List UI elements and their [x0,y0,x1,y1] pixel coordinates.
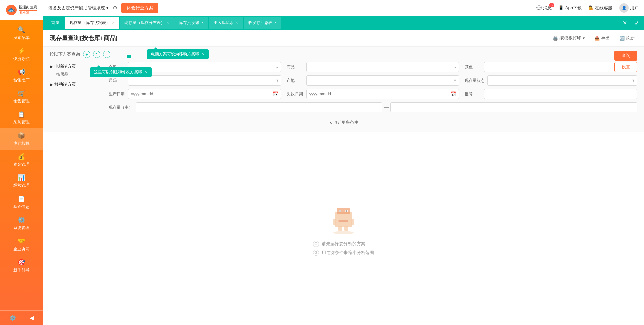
svg-point-4 [339,210,341,212]
expire-date-input[interactable]: 📅 [306,89,460,99]
tab-in-out-flow[interactable]: 出入库流水 × [209,17,243,29]
filter-label: 按以下方案查询 [50,51,80,57]
filter-row-4: 现存量（主） — [109,102,637,112]
tooltip-scheme-close[interactable]: × [202,52,205,57]
stock-qty-min[interactable] [136,102,382,112]
export-btn[interactable]: 📤 导出 [592,34,612,42]
filter-header: 按以下方案查询 + ↻ « [50,51,637,58]
mobile-scheme-category[interactable]: ▶ 移动端方案 [50,80,103,89]
expire-date-calendar-icon[interactable]: 📅 [450,91,456,97]
tooltip-create-close[interactable]: × [145,70,148,75]
sidebar-item-purchase[interactable]: 📋 采购管理 [0,107,43,128]
tab-batch-ledger[interactable]: 库存批次账 × [174,17,208,29]
messages-action[interactable]: 💬 消息 6 [536,5,552,11]
sidebar-item-search-menu[interactable]: 🔍 搜索菜单 [0,23,43,44]
tab-inventory-dist[interactable]: 现存量（库存分布表） × [120,17,174,29]
collapse-btn[interactable]: ∧ 收起更多条件 [325,118,362,127]
tooltip-create-text: 这里可以创建和修改方案哦 [94,69,142,75]
export-icon: 📤 [594,36,600,41]
sidebar-settings-btn[interactable]: ⚙️ [9,315,16,321]
system-settings-icon[interactable]: ⚙ [113,5,117,11]
pc-scheme-arrow-icon: ▶ [50,64,53,69]
sidebar-item-label: 采购管理 [13,119,30,125]
sidebar-item-label: 新手引导 [13,267,30,273]
template-print-label: 按模板打印 [559,35,581,41]
logo-badge: 标准版 [19,10,37,15]
add-scheme-btn[interactable]: + [83,51,90,58]
tab-home[interactable]: 首页 [46,16,65,30]
sidebar-item-marketing[interactable]: 📢 营销推广 [0,65,43,86]
template-print-btn[interactable]: 🖨️ 按模板打印 ▾ [550,34,588,42]
online-support-label: 在线客服 [595,5,612,11]
tab-label: 收发存汇总表 [248,20,272,26]
tab-collect-summary[interactable]: 收发存汇总表 × [244,17,281,29]
stock-status-dropdown-icon: ▾ [632,78,634,83]
tab-inventory-status[interactable]: 现存量（库存状况表） × [65,17,119,29]
svg-rect-6 [338,220,348,222]
origin-label: 产地 [287,78,304,84]
user-action[interactable]: 👤 用户 [619,3,639,13]
batch-input[interactable] [484,89,637,99]
filter-goods: 商品 ··· [287,62,460,72]
range-dash: — [384,104,389,110]
refresh-scheme-btn[interactable]: ↻ [93,51,100,58]
goods-dots-icon: ··· [452,64,457,70]
sidebar-item-sys-mgmt[interactable]: ⚙️ 系统管理 [0,213,43,234]
expire-date-field[interactable] [309,92,449,96]
dropdown-arrow-icon: ▾ [106,5,109,10]
batch-field[interactable] [487,92,634,96]
tab-close-all-btn[interactable]: ✕ [620,18,629,28]
stock-qty-range: — [136,102,637,112]
size-select[interactable]: ▾ [128,75,281,86]
marketing-icon: 📢 [18,68,25,76]
stock-qty-max[interactable] [390,102,637,112]
sidebar-collapse-btn[interactable]: ◀ [30,315,34,321]
filter-prod-date: 生产日期 📅 [109,89,281,99]
sidebar-item-quick-nav[interactable]: ⚡ 快捷导航 [0,44,43,65]
prod-date-calendar-icon[interactable]: 📅 [273,91,278,97]
tip-text-1: 请先选择要分析的方案 [322,241,365,247]
page-actions: 🖨️ 按模板打印 ▾ 📤 导出 🔄 刷新 [550,34,637,42]
tab-label: 库存批次账 [179,20,199,26]
tab-close-icon[interactable]: × [274,21,277,25]
tab-close-icon[interactable]: × [236,21,238,25]
app-download-action[interactable]: 📱 App下载 [558,5,582,11]
system-name-dropdown[interactable]: 装备及固定资产辅助管理系统 ▾ [48,5,109,11]
enterprise-icon: 🤝 [18,237,25,245]
sidebar-item-enterprise[interactable]: 🤝 企业协同 [0,234,43,255]
prod-date-field[interactable] [131,92,271,96]
basic-info-icon: 📄 [18,195,25,203]
app-download-icon: 📱 [558,5,564,10]
prev-scheme-btn[interactable]: « [103,51,110,58]
goods-label: 商品 [287,64,304,70]
sidebar-item-operation[interactable]: 📊 经营管理 [0,171,43,192]
tab-close-icon[interactable]: × [167,21,169,25]
sidebar-item-sales[interactable]: 🛒 销售管理 [0,86,43,107]
sidebar-footer: ⚙️ ◀ [0,310,43,325]
batch-label: 批号 [465,91,481,97]
logo-title: 畅通好生意 [19,5,37,9]
sidebar-item-label: 营销推广 [13,77,30,83]
goods-select[interactable]: ··· [306,62,460,72]
sidebar-item-inventory[interactable]: 📦 库存核算 [0,128,43,150]
prod-date-input[interactable]: 📅 [128,89,281,99]
user-label: 用户 [630,5,639,11]
origin-select[interactable]: ▾ [306,75,460,86]
industry-btn[interactable]: 体验行业方案 [121,3,158,13]
sidebar-item-finance[interactable]: 💰 资金管理 [0,150,43,171]
settings-button[interactable]: 设置 [614,62,637,72]
tooltip-scheme-convert: 电脑方案可设为移动方案哦 × [147,49,209,59]
tab-close-icon[interactable]: × [201,21,204,25]
sidebar-item-guide[interactable]: 🎯 新手引导 [0,255,43,276]
tab-expand-btn[interactable]: ⤢ [632,18,641,28]
color-label: 颜色 [465,64,481,70]
online-support-action[interactable]: 💁 在线客服 [588,5,612,11]
header-right: 💬 消息 6 📱 App下载 💁 在线客服 👤 用户 [536,3,639,13]
refresh-btn[interactable]: 🔄 刷新 [616,34,637,42]
quick-nav-icon: ⚡ [18,47,25,55]
tab-close-icon[interactable]: × [112,21,114,25]
stock-status-select[interactable]: ▾ [487,75,637,86]
svg-rect-8 [351,219,354,225]
sidebar-item-basic-info[interactable]: 📄 基础信息 [0,192,43,213]
search-button[interactable]: 查询 [614,51,637,61]
